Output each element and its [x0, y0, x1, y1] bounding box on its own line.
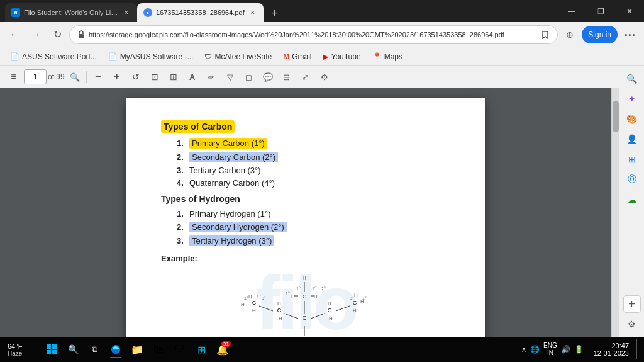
back-button[interactable]: ← — [5, 25, 24, 44]
svg-text:C: C — [252, 300, 257, 306]
svg-line-10 — [311, 314, 325, 319]
bookmark-mcafee[interactable]: 🛡 McAfee LiveSafe — [199, 51, 277, 62]
pdf-text-select[interactable]: A — [184, 68, 201, 86]
svg-text:1°: 1° — [286, 291, 290, 296]
bookmark-label-1: ASUS Software Port... — [22, 52, 97, 61]
bookmark-gmail[interactable]: M Gmail — [278, 51, 316, 62]
svg-text:3°: 3° — [262, 296, 266, 300]
pdf-zoom-in[interactable]: + — [108, 68, 126, 86]
svg-text:1°: 1° — [362, 296, 367, 300]
sidebar-cloud-btn[interactable]: ☁ — [623, 191, 641, 208]
pdf-rotate[interactable]: ↺ — [127, 68, 145, 86]
svg-text:H: H — [248, 294, 252, 300]
pdf-fit-page[interactable]: ⊡ — [146, 68, 164, 86]
taskbar-badge-icon[interactable]: 🔔 31 — [213, 339, 233, 359]
sidebar-people-btn[interactable]: 👤 — [623, 130, 641, 148]
section-carbon-title: Types of Carbon — [161, 120, 235, 133]
tray-lang[interactable]: ENG IN — [543, 342, 557, 357]
svg-text:H: H — [328, 300, 331, 306]
svg-line-12 — [336, 306, 350, 311]
sidebar-office-btn[interactable]: Ⓞ — [623, 171, 641, 188]
tray-volume[interactable]: 🔊 — [561, 345, 570, 354]
more-button[interactable]: ⋯ — [620, 25, 639, 44]
svg-text:2°: 2° — [321, 286, 326, 291]
pdf-search-button[interactable]: 🔍 — [66, 68, 84, 86]
bookmark-label-5: YouTube — [331, 52, 360, 61]
taskbar-start-button[interactable] — [42, 339, 62, 359]
bookmark-icon[interactable] — [541, 30, 550, 39]
pdf-view-toggle[interactable]: ⊟ — [278, 68, 296, 86]
minimize-button[interactable]: — — [557, 0, 586, 22]
pdf-fullscreen[interactable]: ⤢ — [297, 68, 314, 86]
item-carbon-2-num: 2. — [177, 152, 189, 162]
scrollbar-thumb[interactable] — [613, 101, 619, 132]
tab2-close[interactable]: ✕ — [248, 8, 257, 17]
weather-desc: Haze — [8, 350, 35, 357]
clock-time: 20:47 — [611, 342, 629, 349]
pdf-two-page[interactable]: ⊞ — [165, 68, 182, 86]
taskbar-files-icon[interactable]: 📁 — [127, 339, 147, 359]
list-item-primary-hydrogen: 1. Primary Hydrogen (1°) — [161, 209, 450, 218]
page-number-input[interactable] — [24, 69, 47, 84]
pdf-comment[interactable]: 💬 — [259, 68, 277, 86]
svg-text:H: H — [314, 294, 318, 300]
bookmark-label-3: McAfee LiveSafe — [214, 52, 272, 61]
address-bar[interactable]: https://storage.googleapis.com/filo-clas… — [69, 25, 558, 44]
tray-network[interactable]: 🌐 — [530, 345, 540, 354]
taskbar-app-icon[interactable]: ⊞ — [191, 339, 211, 359]
pdf-draw[interactable]: ✏ — [203, 68, 220, 86]
sidebar-palette-btn[interactable]: 🎨 — [623, 110, 641, 128]
maximize-button[interactable]: ❐ — [586, 0, 615, 22]
bookmark-icon-2: 📄 — [108, 52, 118, 61]
refresh-button[interactable]: ↻ — [48, 25, 67, 44]
pdf-erase[interactable]: ◻ — [240, 68, 258, 86]
svg-text:H: H — [329, 315, 333, 321]
browser-tab-1[interactable]: fi Filo Student: World's Only Live In...… — [5, 3, 137, 22]
sidebar-settings-btn[interactable]: ⚙ — [623, 315, 641, 333]
pdf-scrollbar[interactable] — [611, 88, 619, 337]
sidebar-grid-btn[interactable]: ⊞ — [623, 150, 641, 168]
tray-up-arrow[interactable]: ∧ — [521, 346, 526, 354]
pdf-zoom-out[interactable]: − — [89, 68, 107, 86]
bookmark-asus-software[interactable]: 📄 ASUS Software Port... — [5, 51, 102, 62]
pdf-settings[interactable]: ⚙ — [316, 68, 333, 86]
list-item-tertiary-hydrogen: 3. Tertiary Hydrogen (3°) — [161, 235, 450, 246]
section-types-of-carbon: Types of Carbon 1. Primary Carbon (1°) 2… — [161, 120, 450, 188]
system-tray[interactable]: ∧ 🌐 ENG IN 🔊 🔋 — [518, 342, 587, 357]
taskbar-clock[interactable]: 20:47 12-01-2023 — [589, 342, 634, 357]
taskbar-store-icon[interactable]: 🛍 — [148, 339, 169, 359]
item-carbon-4-num: 4. — [177, 178, 189, 188]
item-h-3-text: Tertiary Hydrogen (3°) — [189, 235, 274, 246]
forward-button[interactable]: → — [26, 25, 45, 44]
taskbar-edge-icon[interactable] — [106, 339, 126, 359]
browser-tab-2[interactable]: ● 1673514353358_286964.pdf ✕ — [137, 3, 264, 22]
profile-button[interactable]: Sign in — [582, 26, 618, 43]
bookmark-label-4: Gmail — [292, 52, 311, 61]
show-desktop-btn[interactable] — [636, 339, 641, 359]
tray-battery[interactable]: 🔋 — [574, 345, 584, 354]
list-item-quaternary-carbon: 4. Quaternary Carbon (4°) — [161, 178, 450, 188]
taskbar-search-btn[interactable]: 🔍 — [63, 339, 83, 359]
taskbar-task-view[interactable]: ⧉ — [84, 339, 104, 359]
tab1-close[interactable]: ✕ — [122, 8, 131, 17]
sidebar-add-btn[interactable]: + — [623, 295, 641, 313]
svg-text:1°: 1° — [312, 286, 316, 291]
sidebar-search-btn[interactable]: 🔍 — [623, 70, 641, 88]
svg-text:1°: 1° — [296, 286, 301, 291]
pdf-menu-button[interactable]: ≡ — [5, 68, 23, 86]
bookmark-myasus[interactable]: 📄 MyASUS Software -... — [103, 51, 199, 62]
taskbar-shield-icon[interactable]: 🛡 — [170, 339, 190, 359]
sidebar-star-btn[interactable]: ✦ — [623, 90, 641, 108]
bookmark-youtube[interactable]: ▶ YouTube — [318, 51, 365, 62]
svg-text:H: H — [291, 294, 295, 300]
list-item-tertiary-carbon: 3. Tertiary Carbon (3°) — [161, 166, 450, 175]
pdf-scroll-area[interactable]: filo Types of Carbon 1. Primary Carbon (… — [0, 88, 611, 337]
taskbar-weather[interactable]: 64°F Haze — [3, 342, 40, 357]
extensions-button[interactable]: ⊕ — [560, 25, 579, 44]
close-button[interactable]: ✕ — [615, 0, 644, 22]
new-tab-button[interactable]: + — [266, 4, 284, 22]
bookmark-label-2: MyASUS Software -... — [120, 52, 194, 61]
pdf-highlight[interactable]: ▽ — [221, 68, 239, 86]
bookmark-maps[interactable]: 📍 Maps — [367, 51, 408, 62]
svg-rect-48 — [47, 350, 51, 354]
